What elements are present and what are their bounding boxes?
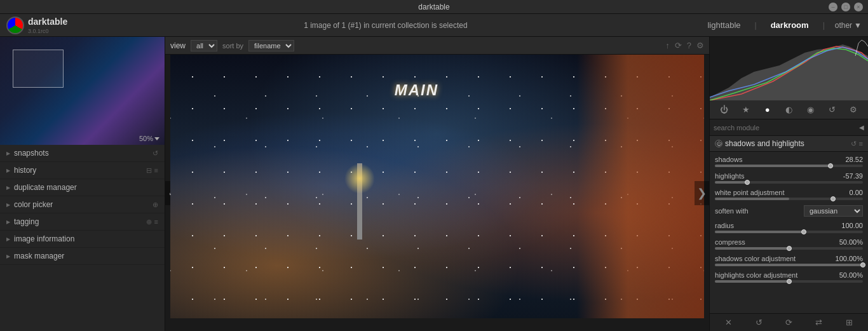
sidebar-header-color-picker[interactable]: ▶ color picker ⊕ (0, 196, 165, 213)
search-arrow-icon[interactable]: ◀ (859, 124, 864, 131)
sidebar-header-tagging[interactable]: ▶ tagging ⊕ ≡ (0, 213, 165, 230)
photo-display: MAIN (170, 55, 704, 318)
grid-action-button[interactable]: ⊞ (842, 316, 856, 330)
close-button[interactable]: × (854, 3, 863, 11)
app-logo: darktable 3.0.1rc0 (6, 17, 67, 34)
thumbnail-image (0, 37, 165, 145)
module-header-icons: ↺ ≡ (851, 140, 863, 148)
nav-other-dropdown[interactable]: other ▼ (835, 21, 862, 30)
chevron-icon: ▶ (6, 236, 10, 242)
view-select[interactable]: all (191, 40, 217, 51)
main-layout: 50% ▶ snapshots ↺ ▶ history ⊟ ≡ (0, 37, 868, 331)
nav-separator-1: | (755, 21, 757, 30)
nav-other-chevron: ▼ (854, 21, 862, 30)
module-actions: ✕ ↺ ⟳ ⇄ ⊞ (710, 313, 868, 331)
sort-select[interactable]: filename date rating (248, 40, 294, 51)
sidebar-header-mask-manager[interactable]: ▶ mask manager (0, 248, 165, 264)
highlights-color-value: 50.00% (839, 271, 863, 279)
help-icon[interactable]: ? (687, 41, 691, 50)
snapshot-add-icon[interactable]: ↺ (153, 149, 158, 158)
param-highlights: highlights -57.39 (715, 172, 863, 184)
settings-icon[interactable]: ⚙ (696, 41, 704, 50)
chevron-icon: ▶ (6, 202, 10, 208)
module-icon-toolbar: ⏻ ★ ● ◐ ◉ ↺ ⚙ (710, 100, 868, 119)
titlebar-controls[interactable]: – □ × (829, 3, 863, 11)
highlights-slider[interactable] (715, 181, 863, 184)
sidebar-section-history: ▶ history ⊟ ≡ (0, 162, 165, 179)
reset-action-button[interactable]: ↺ (752, 316, 766, 330)
zoom-value: 50% (139, 135, 153, 142)
view-label: view (170, 41, 186, 50)
color-picker-icon[interactable]: ⊕ (153, 201, 158, 209)
left-panel: 50% ▶ snapshots ↺ ▶ history ⊟ ≡ (0, 37, 165, 331)
photo-background: MAIN (170, 55, 704, 318)
shadows-color-slider[interactable] (715, 264, 863, 266)
nav-next-button[interactable]: ❯ (695, 181, 709, 205)
sidebar-section-color-picker: ▶ color picker ⊕ (0, 196, 165, 213)
chevron-icon: ▶ (6, 253, 10, 259)
rotate-action-button[interactable]: ⟳ (782, 316, 796, 330)
module-star-icon[interactable]: ★ (739, 103, 753, 117)
thumbnail-area: 50% (0, 37, 165, 145)
module-refresh-icon[interactable]: ↺ (825, 103, 839, 117)
zoom-dropdown-icon[interactable] (154, 137, 159, 140)
sidebar-header-duplicate-manager[interactable]: ▶ duplicate manager (0, 179, 165, 196)
search-module-input[interactable] (714, 124, 859, 132)
sidebar-label-history: history (14, 166, 36, 175)
shadows-color-label: shadows color adjustment (715, 255, 796, 262)
module-presets-icon[interactable]: ⚙ (846, 103, 860, 117)
sidebar-header-snapshots[interactable]: ▶ snapshots ↺ (0, 145, 165, 161)
module-content-shadows-highlights: shadows 28.52 highlights -57.39 (710, 152, 868, 292)
building-right (577, 55, 704, 318)
param-compress: compress 50.00% (715, 238, 863, 250)
shadows-value: 28.52 (845, 156, 863, 163)
app-version: 3.0.1rc0 (28, 28, 67, 34)
module-reset-icon[interactable]: ↺ (851, 140, 857, 148)
sort-label: sort by (222, 42, 243, 50)
chevron-icon: ▶ (6, 185, 10, 191)
tagging-icon1[interactable]: ⊕ (146, 218, 152, 226)
swap-action-button[interactable]: ⇄ (812, 316, 826, 330)
nav-lighttable[interactable]: lighttable (703, 19, 744, 31)
module-presets-icon[interactable]: ≡ (859, 140, 863, 148)
maximize-button[interactable]: □ (841, 3, 850, 11)
header-bar: darktable 3.0.1rc0 1 image of 1 (#1) in … (0, 14, 868, 37)
history-compress-icon[interactable]: ⊟ (146, 166, 152, 175)
sidebar-header-image-information[interactable]: ▶ image information (0, 231, 165, 247)
white-point-slider[interactable] (715, 198, 863, 200)
radius-slider[interactable] (715, 231, 863, 233)
refresh-icon[interactable]: ⟳ (675, 41, 682, 50)
radius-value: 100.00 (841, 222, 863, 229)
sidebar-icons-tagging: ⊕ ≡ (146, 218, 158, 226)
thumbnail-overlay (13, 50, 64, 88)
param-white-point: white point adjustment 0.00 (715, 189, 863, 200)
minimize-button[interactable]: – (829, 3, 837, 11)
highlights-value: -57.39 (843, 172, 863, 180)
right-panel: ⏻ ★ ● ◐ ◉ ↺ ⚙ ◀ ⏻ shadows and highlights… (709, 37, 868, 331)
module-circle-icon[interactable]: ● (761, 103, 775, 117)
soften-with-label: soften with (715, 207, 749, 215)
highlights-color-label: highlights color adjustment (715, 271, 797, 279)
module-power-icon[interactable]: ⏻ (717, 103, 731, 117)
module-enable-button[interactable]: ⏻ (715, 140, 722, 147)
highlights-color-slider[interactable] (715, 280, 863, 283)
history-extra-icon[interactable]: ≡ (154, 166, 158, 175)
upload-icon[interactable]: ↑ (665, 41, 670, 50)
compress-slider[interactable] (715, 247, 863, 250)
chevron-icon: ▶ (6, 219, 10, 225)
app-name: darktable (28, 17, 67, 27)
status-text: 1 image of 1 (#1) in current collection … (78, 21, 693, 30)
sidebar-label-duplicate-manager: duplicate manager (14, 183, 77, 192)
module-color-icon[interactable]: ◉ (803, 103, 817, 117)
nav-darkroom[interactable]: darkroom (767, 19, 813, 31)
sidebar-header-history[interactable]: ▶ history ⊟ ≡ (0, 162, 165, 179)
histogram-area (710, 37, 868, 100)
nav-buttons: lighttable | darkroom | other ▼ (703, 19, 862, 31)
soften-with-select[interactable]: gaussian bilateral filter (804, 205, 863, 217)
shadows-slider[interactable] (715, 165, 863, 167)
sidebar-section-image-information: ▶ image information (0, 231, 165, 248)
street-light-glow (344, 163, 375, 194)
tagging-icon2[interactable]: ≡ (154, 218, 158, 226)
module-half-circle-icon[interactable]: ◐ (782, 103, 796, 117)
cancel-action-button[interactable]: ✕ (722, 316, 736, 330)
